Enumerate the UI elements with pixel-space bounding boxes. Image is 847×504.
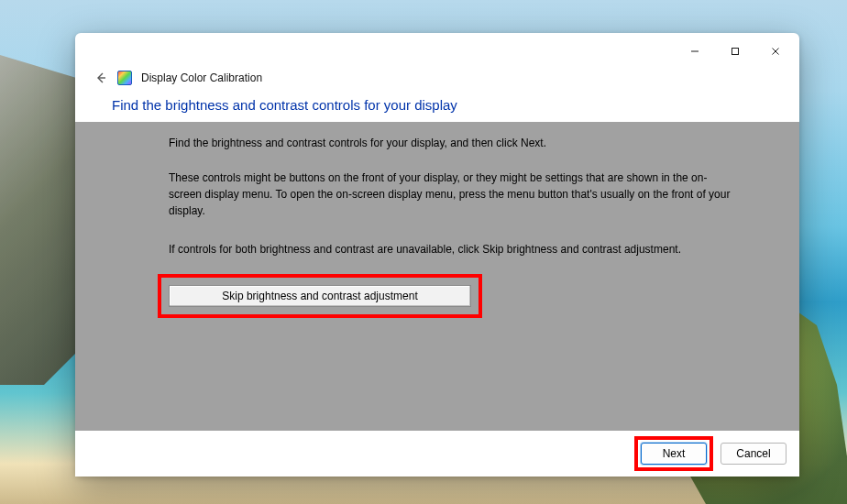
back-arrow-icon[interactable] [94, 71, 108, 85]
page-heading: Find the brightness and contrast control… [112, 97, 763, 113]
cancel-button[interactable]: Cancel [720, 443, 786, 465]
instruction-paragraph-3: If controls for both brightness and cont… [169, 241, 735, 257]
next-button[interactable]: Next [641, 443, 707, 465]
minimize-button[interactable] [675, 38, 715, 65]
svg-line-2 [773, 49, 779, 55]
window-title: Display Color Calibration [141, 71, 262, 84]
wizard-footer: Next Cancel [75, 431, 799, 477]
desktop-wallpaper: Display Color Calibration Find the brigh… [0, 0, 847, 504]
window-header: Display Color Calibration [75, 70, 799, 93]
close-button[interactable] [755, 38, 796, 65]
instruction-paragraph-1: Find the brightness and contrast control… [169, 135, 735, 151]
calibration-app-icon [117, 71, 132, 85]
window-titlebar [75, 33, 799, 70]
maximize-button[interactable] [715, 38, 755, 65]
calibration-window: Display Color Calibration Find the brigh… [75, 33, 799, 477]
content-area: Find the brightness and contrast control… [75, 122, 799, 431]
skip-button-highlight: Skip brightness and contrast adjustment [158, 274, 482, 318]
skip-brightness-contrast-button[interactable]: Skip brightness and contrast adjustment [169, 285, 471, 307]
heading-row: Find the brightness and contrast control… [75, 93, 799, 122]
instruction-paragraph-2: These controls might be buttons on the f… [169, 170, 735, 219]
svg-line-3 [773, 49, 779, 55]
svg-rect-1 [732, 49, 739, 55]
next-button-highlight: Next [634, 436, 713, 471]
